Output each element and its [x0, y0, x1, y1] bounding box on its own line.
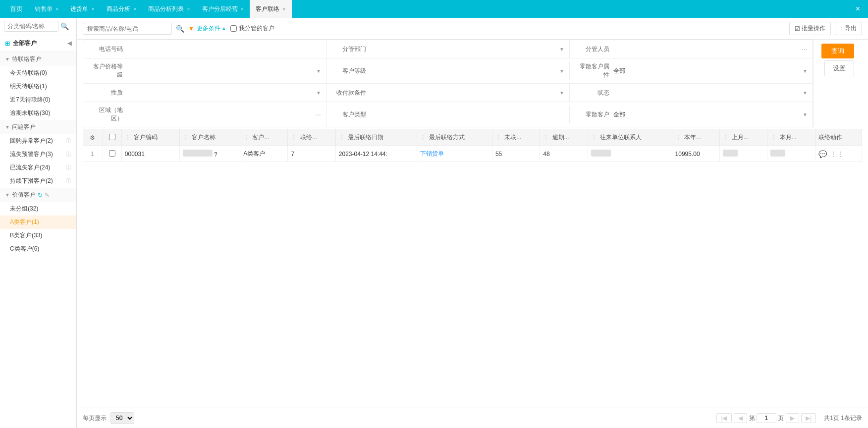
more-conditions-button[interactable]: ▼ 更多条件 ▲ — [188, 24, 226, 33]
nav-tab-purchase[interactable]: 进货单 × — [64, 0, 100, 18]
page-number-input[interactable] — [757, 413, 776, 423]
edit-group-icon[interactable]: ✎ — [45, 192, 50, 199]
filter-select-retail-customer[interactable]: 全部 ▼ — [613, 110, 808, 119]
filter-select-nature[interactable]: ▼ — [127, 90, 321, 96]
sidebar-item-class-b[interactable]: B类客户(33) — [0, 229, 76, 242]
th-this-year[interactable]: 本年... — [672, 129, 719, 146]
sidebar-item-ungrouped[interactable]: 未分组(32) — [0, 202, 76, 215]
per-page-select[interactable]: 50 — [110, 412, 134, 424]
main-layout: 🔍 ⊞ 全部客户 ◀ ▼ 待联络客户 今天待联络(0) 明天待联络(1) 近7天… — [0, 18, 868, 428]
th-customer-name[interactable]: 客户名称 — [179, 129, 240, 146]
refresh-icon[interactable]: ↻ — [38, 192, 43, 199]
nav-tab-customer-layer[interactable]: 客户分层经营 × — [196, 0, 250, 18]
filter-bar: 🔍 ▼ 更多条件 ▲ 我分管的客户 ☑ 批量操作 ↑ 导出 — [77, 18, 868, 40]
select-all-checkbox[interactable] — [109, 134, 115, 140]
first-page-button[interactable]: |◀ — [716, 413, 731, 423]
filter-select-dept[interactable]: ▼ — [370, 47, 564, 52]
nav-tab-analysis[interactable]: 商品分析 × — [101, 0, 142, 18]
sidebar-item-declining[interactable]: 持续下滑客户(2) ⓘ — [0, 174, 76, 188]
filter-cell-retail-attr: 零散客户属性 全部 ▼ — [570, 58, 813, 83]
td-contact: 7 — [288, 146, 335, 162]
sidebar-group-value[interactable]: ▼ 价值客户 ↻ ✎ — [0, 188, 76, 202]
filter-label-region: 区域（地区） — [88, 106, 123, 123]
sidebar-item-tomorrow-pending[interactable]: 明天待联络(1) — [0, 80, 76, 93]
close-sales-tab-icon[interactable]: × — [55, 6, 58, 12]
filter-select-status[interactable]: ▼ — [613, 90, 808, 96]
row-checkbox[interactable] — [109, 150, 115, 157]
sidebar-search-input[interactable] — [4, 21, 58, 32]
next-page-button[interactable]: ▶ — [786, 413, 799, 423]
select-arrow-icon-4: ▼ — [803, 68, 808, 74]
filter-input-manager[interactable] — [613, 46, 800, 53]
sidebar-item-class-a[interactable]: A类客户(1) — [0, 215, 76, 229]
sidebar-group-problem[interactable]: ▼ 问题客户 — [0, 120, 76, 134]
filter-dots-manager[interactable]: ··· — [802, 45, 808, 53]
more-action-icon[interactable]: ⋮⋮ — [830, 150, 844, 158]
close-analysis-tab-icon[interactable]: × — [133, 6, 136, 12]
my-customers-checkbox[interactable] — [230, 25, 237, 32]
th-no-contact[interactable]: 未联... — [492, 129, 540, 146]
prev-page-button[interactable]: ◀ — [734, 413, 747, 423]
message-action-icon[interactable]: 💬 — [818, 150, 827, 158]
row-actions: 💬 ⋮⋮ — [818, 150, 859, 158]
filter-cell-price-level: 客户价格等级 ▼ — [83, 58, 326, 83]
close-purchase-tab-icon[interactable]: × — [91, 6, 94, 12]
window-close-button[interactable]: × — [852, 4, 864, 13]
nav-tab-sales[interactable]: 销售单 × — [29, 0, 64, 18]
query-button[interactable]: 查询 — [821, 44, 854, 58]
th-customer-code[interactable]: 客户编码 — [121, 129, 179, 146]
filter-select-payment[interactable]: ▼ — [370, 90, 564, 96]
filter-search-input[interactable] — [83, 23, 172, 35]
th-this-month[interactable]: 本月... — [767, 129, 815, 146]
sidebar-item-7days-pending[interactable]: 近7天待联络(0) — [0, 93, 76, 107]
select-arrow-icon-5: ▼ — [316, 90, 321, 96]
sidebar-item-churn-warning[interactable]: 流失预警客户(3) ⓘ — [0, 148, 76, 161]
sidebar-all-customers[interactable]: ⊞ 全部客户 ◀ — [0, 35, 76, 52]
th-unit-contact[interactable]: 往来单位联系人 — [588, 129, 672, 146]
select-arrow-icon-6: ▼ — [559, 90, 564, 96]
filter-select-customer-level[interactable]: ▼ — [370, 68, 564, 74]
collapse-icon[interactable]: ◀ — [67, 40, 71, 47]
filter-dots-region[interactable]: ··· — [315, 110, 321, 118]
close-customer-contact-tab-icon[interactable]: × — [282, 6, 285, 12]
sidebar-item-overdue-pending[interactable]: 逾期未联络(30) — [0, 107, 76, 120]
grid-icon: ⊞ — [5, 40, 10, 47]
last-page-button[interactable]: ▶| — [801, 413, 816, 423]
filter-row-4: 区域（地区） ··· 客户类型 零散客户 全部 ▼ — [83, 102, 813, 127]
info-icon-3: ⓘ — [66, 164, 71, 171]
settings-icon[interactable]: ⚙ — [90, 134, 95, 141]
export-button[interactable]: ↑ 导出 — [835, 22, 862, 35]
filter-label-customer-type: 客户类型 — [331, 110, 366, 119]
filter-search-icon[interactable]: 🔍 — [176, 25, 184, 33]
close-analysis-list-tab-icon[interactable]: × — [187, 6, 190, 12]
sidebar-item-class-c[interactable]: C类客户(6) — [0, 242, 76, 256]
filter-select-price-level[interactable]: ▼ — [127, 68, 321, 74]
th-contact[interactable]: 联络... — [288, 129, 335, 146]
th-last-contact-date[interactable]: 最后联络日期 — [335, 129, 417, 146]
th-settings[interactable]: ⚙ — [83, 129, 103, 146]
sidebar-item-lost[interactable]: 已流失客户(24) ⓘ — [0, 161, 76, 174]
sidebar-search-icon[interactable]: 🔍 — [60, 22, 69, 30]
th-overdue[interactable]: 逾期... — [540, 129, 588, 146]
th-last-contact-method[interactable]: 最后联络方式 — [417, 129, 492, 146]
batch-op-icon: ☑ — [795, 25, 800, 32]
filter-select-retail-attr[interactable]: 全部 ▼ — [613, 67, 808, 75]
my-customers-checkbox-label[interactable]: 我分管的客户 — [230, 24, 274, 33]
sidebar-item-repurchase-abnormal[interactable]: 回购异常客户(2) ⓘ — [0, 134, 76, 148]
nav-tab-analysis-list[interactable]: 商品分析列表 × — [142, 0, 196, 18]
nav-home[interactable]: 首页 — [4, 0, 29, 18]
settings-button[interactable]: 设置 — [824, 60, 854, 76]
batch-operation-button[interactable]: ☑ 批量操作 — [789, 22, 831, 35]
sidebar-item-today-pending[interactable]: 今天待联络(0) — [0, 66, 76, 80]
filter-label-status: 状态 — [575, 89, 609, 97]
filter-input-customer-type[interactable] — [370, 111, 564, 118]
last-contact-method-link[interactable]: 下销货单 — [420, 150, 444, 157]
nav-tab-customer-contact[interactable]: 客户联络 × — [250, 0, 291, 18]
filter-cell-nature: 性质 ▼ — [83, 84, 326, 102]
close-customer-layer-tab-icon[interactable]: × — [241, 6, 244, 12]
sidebar-group-pending[interactable]: ▼ 待联络客户 — [0, 52, 76, 66]
th-last-month[interactable]: 上月... — [719, 129, 767, 146]
filter-input-phone[interactable] — [127, 46, 321, 53]
filter-input-region[interactable] — [127, 111, 313, 118]
th-customer-type[interactable]: 客户... — [240, 129, 288, 146]
